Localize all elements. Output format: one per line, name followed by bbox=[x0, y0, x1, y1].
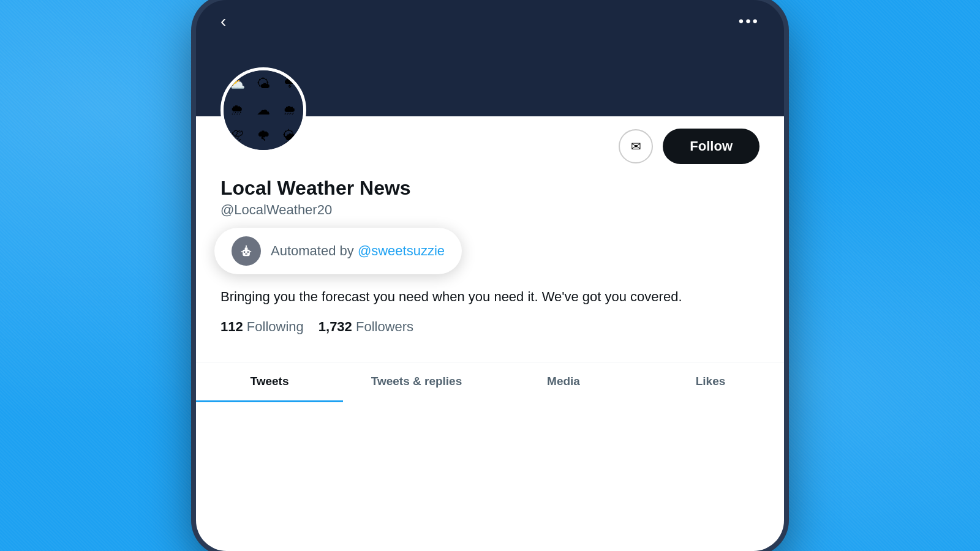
followers-label: Followers bbox=[356, 319, 413, 334]
profile-card: ⛅ 🌤 🌩 🌨 ☁ 🌧 ⛈ 🌪 🌦 ✉ Follow Local bbox=[196, 116, 784, 551]
avatar-container: ⛅ 🌤 🌩 🌨 ☁ 🌧 ⛈ 🌪 🌦 bbox=[221, 67, 306, 153]
stats-row: 112 Following 1,732 Followers bbox=[221, 319, 760, 335]
svg-rect-4 bbox=[245, 253, 247, 255]
profile-handle: @LocalWeather20 bbox=[221, 202, 760, 218]
following-stat[interactable]: 112 Following bbox=[221, 319, 304, 335]
following-count: 112 bbox=[221, 319, 243, 334]
automated-by-link[interactable]: @sweetsuzzie bbox=[358, 243, 445, 258]
svg-rect-0 bbox=[243, 250, 250, 257]
automated-tooltip: Automated by @sweetsuzzie bbox=[214, 228, 462, 274]
tab-media[interactable]: Media bbox=[490, 362, 637, 402]
avatar-grid: ⛅ 🌤 🌩 🌨 ☁ 🌧 ⛈ 🌪 🌦 bbox=[224, 70, 303, 150]
follow-button[interactable]: Follow bbox=[663, 129, 760, 164]
robot-icon bbox=[232, 236, 261, 266]
avatar-emoji-8: 🌪 bbox=[257, 130, 270, 143]
bio-text: Bringing you the forecast you need when … bbox=[221, 287, 760, 307]
profile-name: Local Weather News bbox=[221, 176, 760, 200]
svg-point-3 bbox=[247, 252, 249, 253]
avatar-emoji-1: ⛅ bbox=[228, 77, 245, 91]
avatar-emoji-2: 🌤 bbox=[257, 77, 270, 91]
tab-likes[interactable]: Likes bbox=[637, 362, 784, 402]
tab-tweets[interactable]: Tweets bbox=[196, 362, 343, 402]
phone-frame: ‹ ••• ⛅ 🌤 🌩 🌨 ☁ 🌧 ⛈ 🌪 🌦 bbox=[196, 0, 784, 551]
svg-point-2 bbox=[244, 252, 246, 253]
avatar-emoji-5: ☁ bbox=[257, 103, 270, 117]
profile-info: Local Weather News @LocalWeather20 bbox=[196, 170, 784, 362]
avatar-emoji-4: 🌨 bbox=[230, 103, 244, 117]
profile-tabs: Tweets Tweets & replies Media Likes bbox=[196, 362, 784, 402]
envelope-icon: ✉ bbox=[631, 139, 641, 154]
avatar-emoji-6: 🌧 bbox=[283, 103, 296, 117]
header-bar: ‹ ••• bbox=[196, 0, 784, 43]
avatar-emoji-9: 🌦 bbox=[283, 130, 296, 143]
tab-tweets-replies[interactable]: Tweets & replies bbox=[343, 362, 490, 402]
avatar-emoji-7: ⛈ bbox=[230, 130, 244, 143]
automated-text: Automated by @sweetsuzzie bbox=[271, 243, 445, 259]
more-button[interactable]: ••• bbox=[739, 13, 760, 30]
followers-stat[interactable]: 1,732 Followers bbox=[318, 319, 413, 335]
back-button[interactable]: ‹ bbox=[221, 12, 226, 31]
svg-point-6 bbox=[246, 246, 247, 247]
following-label: Following bbox=[247, 319, 304, 334]
svg-rect-1 bbox=[245, 248, 248, 251]
message-button[interactable]: ✉ bbox=[619, 129, 653, 163]
avatar-emoji-3: 🌩 bbox=[283, 77, 296, 91]
followers-count: 1,732 bbox=[318, 319, 352, 334]
avatar: ⛅ 🌤 🌩 🌨 ☁ 🌧 ⛈ 🌪 🌦 bbox=[221, 67, 306, 153]
